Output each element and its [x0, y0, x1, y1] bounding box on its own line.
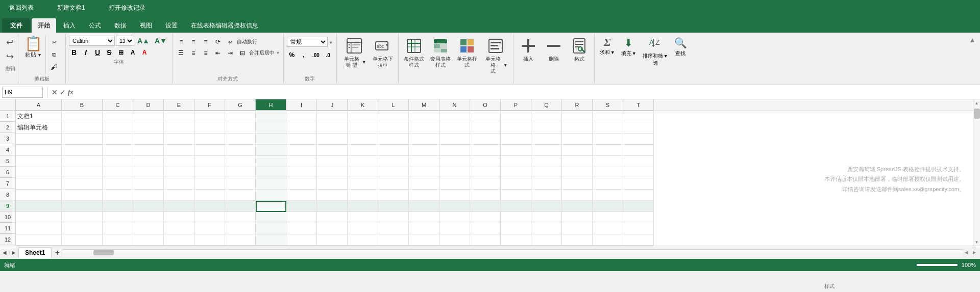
cell-G2[interactable] [225, 122, 256, 134]
cell-I6[interactable] [286, 167, 317, 178]
col-header-C[interactable]: C [103, 99, 133, 111]
cell-Q8[interactable] [531, 190, 562, 201]
cell-P2[interactable] [501, 122, 531, 134]
row-header-8[interactable]: 8 [0, 189, 15, 200]
cell-O5[interactable] [470, 156, 501, 167]
sort-filter-button[interactable]: A Z 排序和筛▼ 选 [640, 35, 671, 83]
conditional-format-button[interactable]: 条件格式样式 [401, 35, 427, 83]
cell-C5[interactable] [103, 156, 133, 167]
cell-G8[interactable] [225, 190, 256, 201]
cell-M1[interactable] [409, 111, 439, 122]
cell-E4[interactable] [164, 145, 194, 156]
delete-button[interactable]: 删除 [541, 35, 567, 83]
scroll-right-button[interactable]: ▶ [971, 249, 978, 256]
cell-C10[interactable] [103, 212, 133, 223]
cell-K3[interactable] [348, 134, 378, 145]
cell-M6[interactable] [409, 167, 439, 178]
cell-P12[interactable] [501, 234, 531, 246]
cell-L4[interactable] [378, 145, 409, 156]
format-painter-button[interactable]: 🖌 [48, 61, 60, 72]
border-button[interactable]: ⊞ [116, 47, 126, 58]
cell-D9[interactable] [133, 201, 164, 212]
row-header-10[interactable]: 10 [0, 211, 15, 223]
cell-H6[interactable] [256, 167, 286, 178]
cell-E11[interactable] [164, 223, 194, 234]
cell-P5[interactable] [501, 156, 531, 167]
cell-type-button[interactable]: 单元格类 型▼ [339, 35, 370, 83]
cell-O9[interactable] [470, 201, 501, 212]
cell-A4[interactable] [16, 145, 62, 156]
cell-S9[interactable] [593, 201, 623, 212]
cell-N11[interactable] [439, 223, 470, 234]
cell-A7[interactable] [16, 178, 62, 190]
cell-O7[interactable] [470, 178, 501, 190]
align-top-right-button[interactable]: ≡ [200, 37, 211, 47]
cell-S11[interactable] [593, 223, 623, 234]
cell-R4[interactable] [562, 145, 593, 156]
scroll-down-button[interactable]: ▼ [973, 238, 981, 246]
cell-T6[interactable] [623, 167, 654, 178]
col-header-F[interactable]: F [194, 99, 225, 111]
cell-T9[interactable] [623, 201, 654, 212]
cell-G3[interactable] [225, 134, 256, 145]
cell-L6[interactable] [378, 167, 409, 178]
col-header-G[interactable]: G [225, 99, 256, 111]
cell-J9[interactable] [317, 201, 348, 212]
cell-K8[interactable] [348, 190, 378, 201]
cell-K10[interactable] [348, 212, 378, 223]
cell-R12[interactable] [562, 234, 593, 246]
cell-F2[interactable] [194, 122, 225, 134]
cell-O6[interactable] [470, 167, 501, 178]
cell-A1[interactable]: 文档1 [16, 111, 62, 122]
row-header-4[interactable]: 4 [0, 144, 15, 155]
align-left-button[interactable]: ☰ [176, 48, 187, 58]
cell-I3[interactable] [286, 134, 317, 145]
cell-P8[interactable] [501, 190, 531, 201]
cell-R9[interactable] [562, 201, 593, 212]
cell-T3[interactable] [623, 134, 654, 145]
col-header-R[interactable]: R [562, 99, 593, 111]
merge-split-button[interactable]: ⊟ [237, 48, 248, 58]
cell-B7[interactable] [62, 178, 103, 190]
cell-D1[interactable] [133, 111, 164, 122]
cell-A12[interactable] [16, 234, 62, 246]
col-header-M[interactable]: M [409, 99, 439, 111]
cell-H3[interactable] [256, 134, 286, 145]
cell-K1[interactable] [348, 111, 378, 122]
cell-N8[interactable] [439, 190, 470, 201]
cell-L3[interactable] [378, 134, 409, 145]
cell-C6[interactable] [103, 167, 133, 178]
col-header-L[interactable]: L [378, 99, 409, 111]
cell-S12[interactable] [593, 234, 623, 246]
cell-H9[interactable] [256, 201, 286, 212]
cell-H7[interactable] [256, 178, 286, 190]
cell-O8[interactable] [470, 190, 501, 201]
cell-A2[interactable]: 编辑单元格 [16, 122, 62, 134]
cell-C9[interactable] [103, 201, 133, 212]
row-header-11[interactable]: 11 [0, 223, 15, 234]
cell-Q9[interactable] [531, 201, 562, 212]
cell-G12[interactable] [225, 234, 256, 246]
cell-N12[interactable] [439, 234, 470, 246]
cell-H5[interactable] [256, 156, 286, 167]
cell-G9[interactable] [225, 201, 256, 212]
cell-R1[interactable] [562, 111, 593, 122]
cell-G6[interactable] [225, 167, 256, 178]
cell-P7[interactable] [501, 178, 531, 190]
redo-button[interactable]: ↪ [4, 50, 16, 63]
cell-H10[interactable] [256, 212, 286, 223]
cell-F11[interactable] [194, 223, 225, 234]
sheet-tab-sheet1[interactable]: Sheet1 [18, 247, 52, 258]
cell-L9[interactable] [378, 201, 409, 212]
sheet-nav-next-btn[interactable]: ▶ [9, 248, 18, 257]
cell-H1[interactable] [256, 111, 286, 122]
cell-C12[interactable] [103, 234, 133, 246]
cell-Q7[interactable] [531, 178, 562, 190]
cell-I9[interactable] [286, 201, 317, 212]
cell-J10[interactable] [317, 212, 348, 223]
cell-format-button[interactable]: 单元格格式▼ [480, 35, 511, 83]
cell-Q10[interactable] [531, 212, 562, 223]
cell-T5[interactable] [623, 156, 654, 167]
sheet-nav-prev-btn[interactable]: ◀ [0, 248, 9, 257]
cell-N9[interactable] [439, 201, 470, 212]
